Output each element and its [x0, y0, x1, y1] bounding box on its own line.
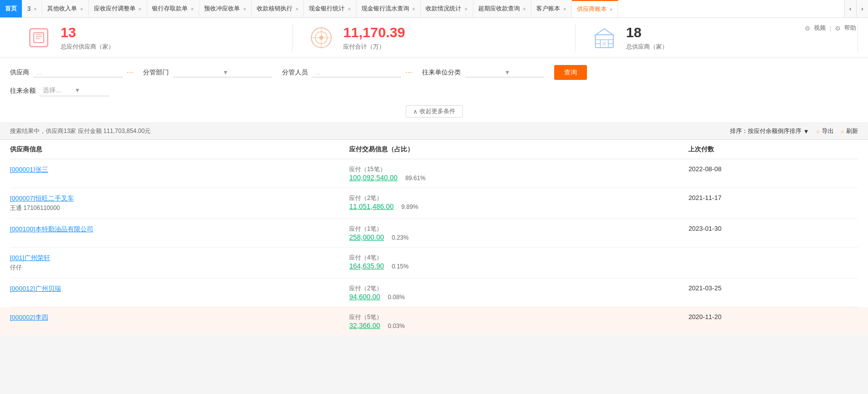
nav-tab-10-close[interactable]: ×	[523, 6, 526, 12]
tx-amount-4[interactable]: 164,635.90	[349, 262, 384, 270]
tx-amount-3[interactable]: 258,000.00	[349, 233, 384, 241]
nav-prev-button[interactable]: ‹	[844, 0, 856, 18]
nav-tab-7-close[interactable]: ×	[348, 6, 351, 12]
top-nav: 首页 3 × 其他收入单 × 应收应付调整单 × 银行存取款单 × 预收冲应收单…	[0, 0, 868, 18]
tx-amount-5[interactable]: 94,600.00	[349, 293, 380, 301]
nav-tab-5-label: 预收冲应收单	[204, 4, 240, 13]
supplier-link-4[interactable]: [001]广州荣轩	[10, 254, 50, 262]
last-pay-1: 2022-08-08	[688, 165, 858, 173]
supplier-label: 供应商	[10, 68, 29, 77]
balance-dropdown[interactable]: 选择... ▼	[40, 85, 109, 96]
filter-row-2: 往来余额 选择... ▼	[10, 85, 858, 96]
tx-label-3: 应付（1笔）	[349, 225, 688, 233]
nav-tab-2-close[interactable]: ×	[80, 6, 83, 12]
tx-percent-4: 0.15%	[392, 263, 409, 270]
supplier-link-3[interactable]: [000100]本特勤油品有限公司	[10, 225, 93, 233]
category-dropdown[interactable]: ▼	[465, 68, 544, 77]
refresh-button[interactable]: ○ 刷新	[841, 127, 858, 135]
nav-tab-3-label: 应收应付调整单	[94, 4, 136, 13]
nav-tab-6-label: 收款核销执行	[257, 4, 292, 13]
nav-tab-10-label: 超期应收款查询	[478, 4, 520, 13]
tx-amount-6[interactable]: 32,366.00	[349, 322, 380, 329]
search-button[interactable]: 查询	[554, 65, 587, 80]
result-summary: 搜索结果中，供应商13家 应付金额 111,703,854.00元	[10, 127, 150, 135]
nav-tab-10[interactable]: 超期应收款查询 ×	[473, 0, 531, 18]
nav-tab-2[interactable]: 其他收入单 ×	[42, 0, 88, 18]
home-label: 首页	[5, 4, 17, 13]
nav-tab-1[interactable]: 3 ×	[22, 0, 42, 18]
tx-info-3: 应付（1笔） 258,000.00 0.23%	[349, 225, 688, 241]
supplier-info-6: [000002]李四	[10, 313, 349, 322]
svg-rect-10	[595, 35, 613, 48]
collapse-button[interactable]: ∧ 收起更多条件	[406, 105, 463, 118]
nav-tab-1-close[interactable]: ×	[34, 6, 37, 12]
nav-tab-8-close[interactable]: ×	[412, 6, 415, 12]
nav-tab-7[interactable]: 现金银行统计 ×	[304, 0, 356, 18]
nav-tab-9-label: 收款情况统计	[426, 4, 461, 13]
nav-tab-3[interactable]: 应收应付调整单 ×	[89, 0, 147, 18]
stats-total-suppliers-label: 总供应商（家）	[626, 43, 668, 51]
tx-label-1: 应付（15笔）	[349, 165, 688, 174]
supplier-link-2[interactable]: [000007]恒旺二手叉车	[10, 195, 74, 202]
table-row: [000100]本特勤油品有限公司 应付（1笔） 258,000.00 0.23…	[10, 219, 858, 248]
nav-tab-4-close[interactable]: ×	[191, 6, 194, 12]
nav-tab-6-close[interactable]: ×	[295, 6, 298, 12]
svg-rect-0	[30, 29, 48, 47]
stats-info-2: 11,170.39 应付合计（万）	[343, 24, 405, 52]
nav-tab-5[interactable]: 预收冲应收单 ×	[199, 0, 251, 18]
balance-arrow-icon: ▼	[74, 87, 106, 94]
tx-percent-1: 89.61%	[405, 175, 426, 182]
nav-next-button[interactable]: ›	[856, 0, 868, 18]
supplier-dots-icon[interactable]: ···	[127, 68, 133, 77]
supplier-link-1[interactable]: [000001]张三	[10, 166, 48, 173]
nav-tab-5-close[interactable]: ×	[243, 6, 246, 12]
nav-tab-8[interactable]: 现金银行流水查询 ×	[357, 0, 421, 18]
person-filter: 分管人员 ···	[282, 67, 412, 77]
stats-header: 13 总应付供应商（家） 11,170.39 应付合计（万）	[0, 18, 868, 58]
tx-percent-3: 0.23%	[392, 234, 409, 241]
tx-label-4: 应付（4笔）	[349, 254, 688, 262]
supplier-info-4: [001]广州荣轩 仔仔	[10, 254, 349, 272]
stats-icon-diamond	[25, 24, 53, 52]
supplier-link-6[interactable]: [000002]李四	[10, 314, 48, 321]
tx-amount-2[interactable]: 11,051,486.00	[349, 202, 394, 210]
divider: |	[830, 25, 831, 32]
supplier-contact-2: 王通 17106110000	[10, 204, 349, 212]
refresh-icon: ○	[841, 128, 844, 135]
video-link[interactable]: 视频	[814, 24, 826, 32]
category-filter: 往来单位分类 ▼	[422, 68, 544, 77]
result-bar: 搜索结果中，供应商13家 应付金额 111,703,854.00元 排序：按应付…	[0, 123, 868, 140]
sort-label: 排序：按应付余额倒序排序	[730, 127, 801, 135]
table-header: 供应商信息 应付交易信息（占比） 上次付数	[10, 140, 858, 159]
help-link[interactable]: 帮助	[844, 24, 856, 32]
sort-dropdown[interactable]: 排序：按应付余额倒序排序 ▼	[730, 127, 809, 135]
supplier-input[interactable]	[33, 67, 123, 77]
balance-value: 选择...	[43, 86, 74, 95]
nav-tab-3-close[interactable]: ×	[139, 6, 142, 12]
tx-amount-1[interactable]: 100,092,540.00	[349, 174, 397, 182]
stats-payable-total-number: 11,170.39	[343, 24, 405, 41]
table-row: [000001]张三 应付（15笔） 100,092,540.00 89.61%…	[10, 159, 858, 188]
tx-percent-2: 9.89%	[401, 203, 418, 210]
stats-payable-suppliers-number: 13	[61, 24, 114, 41]
nav-tab-4[interactable]: 银行存取款单 ×	[147, 0, 199, 18]
collapse-label: 收起更多条件	[420, 107, 455, 116]
balance-filter: 往来余额 选择... ▼	[10, 85, 109, 96]
supplier-link-5[interactable]: [000012]广州贝瑞	[10, 285, 61, 292]
nav-tab-12-close[interactable]: ×	[610, 6, 613, 12]
video-icon: ⊙	[805, 25, 810, 32]
person-dots-icon[interactable]: ···	[405, 68, 412, 77]
nav-tab-9-close[interactable]: ×	[464, 6, 467, 12]
supplier-info-5: [000012]广州贝瑞	[10, 284, 349, 293]
nav-home[interactable]: 首页	[0, 0, 22, 18]
dept-dropdown[interactable]: ▼	[173, 68, 272, 77]
nav-tab-6[interactable]: 收款核销执行 ×	[252, 0, 304, 18]
nav-tab-11[interactable]: 客户账本 ×	[531, 0, 572, 18]
nav-tab-11-close[interactable]: ×	[563, 6, 566, 12]
nav-tab-12[interactable]: 供应商账本 ×	[572, 0, 618, 18]
result-right-actions: 排序：按应付余额倒序排序 ▼ ○ 导出 ○ 刷新	[730, 127, 858, 135]
person-input[interactable]	[312, 67, 401, 77]
export-button[interactable]: ○ 导出	[816, 127, 834, 135]
collapse-icon: ∧	[413, 108, 418, 115]
nav-tab-9[interactable]: 收款情况统计 ×	[421, 0, 473, 18]
